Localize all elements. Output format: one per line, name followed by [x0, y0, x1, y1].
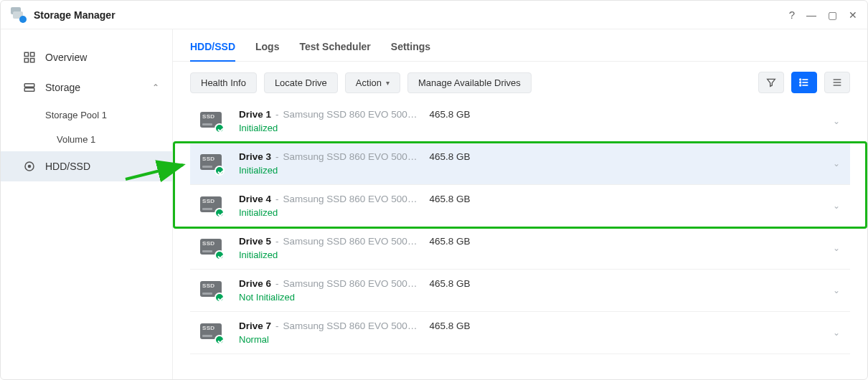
toolbar: Health Info Locate Drive Action ▾ Manage…	[173, 62, 867, 100]
drive-status: Normal	[239, 334, 471, 345]
body: Overview Storage ⌃ Storage Pool 1 Volume…	[1, 29, 867, 379]
sidebar-item-label: Storage Pool 1	[45, 110, 107, 120]
window-controls: ? — ▢ ✕	[789, 9, 857, 20]
svg-rect-5	[24, 88, 34, 92]
sidebar-item-label: HDD/SSD	[45, 161, 90, 172]
sidebar-item-hdd-ssd[interactable]: HDD/SSD	[1, 151, 172, 181]
svg-rect-4	[24, 84, 34, 87]
chevron-down-icon[interactable]: ⌄	[827, 328, 846, 338]
caret-down-icon: ▾	[386, 79, 390, 87]
sidebar-item-label: Volume 1	[57, 134, 95, 145]
chevron-down-icon[interactable]: ⌄	[827, 158, 846, 168]
drive-name: Drive 7	[239, 320, 271, 331]
tab-settings[interactable]: Settings	[391, 41, 430, 61]
tab-test-scheduler[interactable]: Test Scheduler	[299, 41, 370, 61]
drive-status: Initialized	[239, 165, 471, 176]
drive-name: Drive 4	[239, 194, 271, 204]
drive-name: Drive 6	[239, 278, 271, 289]
ssd-icon	[199, 322, 225, 343]
drive-status: Initialized	[239, 123, 471, 133]
drive-row[interactable]: Drive 1 - Samsung SSD 860 EVO 500GB … 46…	[190, 100, 850, 143]
ssd-icon	[199, 110, 225, 132]
drive-name: Drive 1	[239, 109, 271, 120]
view-compact-button[interactable]	[824, 72, 850, 93]
svg-point-11	[800, 79, 801, 80]
svg-point-12	[800, 82, 801, 83]
ssd-icon	[199, 280, 225, 301]
separator: -	[275, 151, 279, 162]
chevron-down-icon[interactable]: ⌄	[827, 201, 846, 211]
drive-info: Drive 1 - Samsung SSD 860 EVO 500GB … 46…	[239, 109, 471, 133]
drive-row[interactable]: Drive 7 - Samsung SSD 860 EVO 500GB … 46…	[190, 312, 850, 354]
drive-info: Drive 7 - Samsung SSD 860 EVO 500GB … 46…	[239, 320, 471, 345]
drive-info: Drive 3 - Samsung SSD 860 EVO 500GB … 46…	[239, 151, 471, 176]
drive-info: Drive 5 - Samsung SSD 860 EVO 500GB … 46…	[239, 236, 471, 260]
drive-model: Samsung SSD 860 EVO 500GB …	[283, 236, 420, 247]
drive-row[interactable]: Drive 3 - Samsung SSD 860 EVO 500GB … 46…	[190, 143, 850, 185]
drive-size: 465.8 GB	[430, 194, 471, 204]
tab-logs[interactable]: Logs	[255, 41, 279, 61]
drive-status: Not Initialized	[239, 292, 471, 303]
sidebar: Overview Storage ⌃ Storage Pool 1 Volume…	[1, 29, 173, 379]
drive-model: Samsung SSD 860 EVO 500GB …	[283, 278, 420, 289]
hdd-icon	[22, 160, 37, 173]
drive-model: Samsung SSD 860 EVO 500GB …	[283, 194, 420, 204]
ssd-icon	[199, 195, 225, 217]
drive-size: 465.8 GB	[430, 278, 471, 289]
separator: -	[275, 236, 279, 247]
drive-row[interactable]: Drive 4 - Samsung SSD 860 EVO 500GB … 46…	[190, 185, 850, 227]
drive-model: Samsung SSD 860 EVO 500GB …	[283, 109, 420, 120]
drive-size: 465.8 GB	[430, 109, 471, 120]
tab-hdd-ssd[interactable]: HDD/SSD	[190, 41, 235, 61]
drive-size: 465.8 GB	[430, 320, 471, 331]
drive-info: Drive 6 - Samsung SSD 860 EVO 500GB … 46…	[239, 278, 471, 303]
help-icon[interactable]: ?	[789, 9, 795, 20]
main: HDD/SSD Logs Test Scheduler Settings Hea…	[173, 29, 867, 379]
drive-size: 465.8 GB	[430, 236, 471, 247]
svg-point-7	[29, 166, 31, 168]
drive-model: Samsung SSD 860 EVO 500GB …	[283, 151, 420, 162]
sidebar-item-overview[interactable]: Overview	[1, 42, 172, 72]
app-title: Storage Manager	[34, 9, 115, 21]
drive-row[interactable]: Drive 5 - Samsung SSD 860 EVO 500GB … 46…	[190, 227, 850, 270]
svg-rect-3	[31, 59, 34, 62]
sidebar-item-storage[interactable]: Storage ⌃	[1, 72, 172, 103]
manage-available-drives-button[interactable]: Manage Available Drives	[407, 72, 532, 93]
sidebar-item-volume-1[interactable]: Volume 1	[1, 127, 172, 151]
app-icon	[11, 7, 27, 23]
separator: -	[275, 278, 279, 289]
drive-row[interactable]: Drive 6 - Samsung SSD 860 EVO 500GB … 46…	[190, 270, 850, 312]
action-button[interactable]: Action ▾	[345, 72, 400, 93]
ssd-icon	[199, 237, 225, 259]
tabs: HDD/SSD Logs Test Scheduler Settings	[173, 29, 867, 62]
drive-info: Drive 4 - Samsung SSD 860 EVO 500GB … 46…	[239, 194, 471, 218]
drive-status: Initialized	[239, 207, 471, 218]
close-icon[interactable]: ✕	[849, 10, 857, 20]
separator: -	[275, 320, 279, 331]
storage-icon	[22, 81, 37, 94]
separator: -	[275, 194, 279, 204]
svg-rect-2	[24, 59, 28, 62]
drive-name: Drive 3	[239, 151, 271, 162]
sidebar-item-label: Storage	[45, 82, 80, 93]
locate-drive-button[interactable]: Locate Drive	[264, 72, 338, 93]
ssd-icon	[199, 153, 225, 174]
health-info-button[interactable]: Health Info	[190, 72, 257, 93]
svg-point-13	[800, 85, 801, 86]
drive-size: 465.8 GB	[430, 151, 471, 162]
separator: -	[275, 109, 279, 120]
maximize-icon[interactable]: ▢	[828, 10, 837, 20]
dashboard-icon	[22, 51, 37, 64]
window: Storage Manager ? — ▢ ✕ Overview Storage	[0, 0, 868, 380]
chevron-down-icon[interactable]: ⌄	[827, 243, 846, 253]
view-list-button[interactable]	[791, 72, 817, 93]
action-button-label: Action	[356, 77, 382, 88]
svg-rect-0	[24, 52, 28, 56]
drive-list: Drive 1 - Samsung SSD 860 EVO 500GB … 46…	[173, 100, 867, 379]
chevron-down-icon[interactable]: ⌄	[827, 285, 846, 295]
chevron-down-icon[interactable]: ⌄	[827, 116, 846, 126]
sidebar-item-label: Overview	[45, 52, 87, 63]
filter-button[interactable]	[758, 72, 784, 93]
minimize-icon[interactable]: —	[806, 10, 816, 20]
sidebar-item-storage-pool-1[interactable]: Storage Pool 1	[1, 103, 172, 127]
